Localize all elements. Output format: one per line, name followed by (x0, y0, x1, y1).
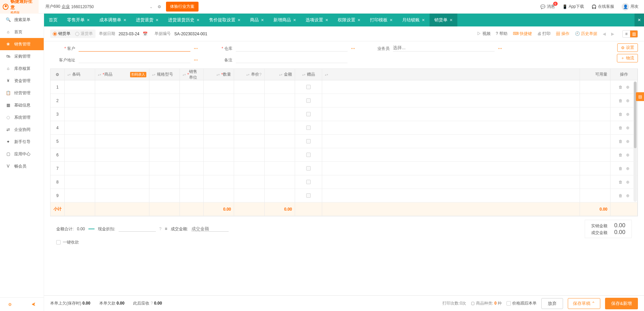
gift-checkbox[interactable] (306, 153, 311, 157)
more-icon[interactable]: ⋯ (194, 58, 197, 63)
close-icon[interactable]: ✕ (357, 18, 360, 22)
cell-qty[interactable] (204, 135, 234, 148)
cell-barcode[interactable] (65, 162, 95, 175)
cell-price[interactable] (234, 94, 265, 107)
copy-icon[interactable]: ⊕ (626, 125, 629, 130)
gift-checkbox[interactable] (306, 139, 311, 143)
tab-home[interactable]: 首页 (44, 14, 62, 26)
th-qty[interactable]: ▴▾*数量 (204, 69, 234, 80)
close-icon[interactable]: ✕ (325, 18, 328, 22)
cell-amount[interactable] (265, 175, 295, 189)
deal-input[interactable] (191, 226, 229, 232)
cell-spec[interactable] (149, 162, 180, 175)
cell-amount[interactable] (265, 94, 295, 107)
card-view-icon[interactable]: ▥ (630, 31, 638, 37)
cell-spec[interactable] (149, 148, 180, 161)
cell-amount[interactable] (265, 189, 295, 202)
save-draft-button[interactable]: 保存草稿 ⌃ (568, 298, 601, 309)
gift-checkbox[interactable] (306, 112, 311, 116)
sidebar-item-biz[interactable]: 📋经营管理 (0, 87, 44, 99)
scan-tag[interactable]: 扫码录入 (130, 72, 146, 77)
cell-amount[interactable] (265, 135, 295, 148)
cell-gift[interactable] (295, 162, 322, 175)
tab-cost-adjust[interactable]: 成本调整单✕ (95, 14, 131, 26)
th-available[interactable]: 可用量 (580, 69, 610, 80)
radio-sale[interactable]: 销货单 (53, 31, 70, 37)
table-row[interactable]: 5🗑⊕ (50, 135, 638, 148)
cell-qty[interactable] (204, 162, 234, 175)
cell-gift[interactable] (295, 94, 322, 107)
next-doc-icon[interactable]: ▶ (611, 32, 614, 36)
table-row[interactable]: 3🗑⊕ (50, 108, 638, 121)
gear-icon[interactable]: ⚙ (158, 4, 161, 9)
copy-icon[interactable]: ⊕ (626, 166, 629, 171)
cell-unit[interactable] (180, 108, 204, 121)
cell-barcode[interactable] (65, 135, 95, 148)
settings-icon[interactable]: ⚙ (8, 302, 12, 307)
settings-button[interactable]: ⚙ 设置 (617, 43, 638, 52)
view-mode-toggle[interactable]: ≡▥ (622, 30, 638, 38)
cell-unit[interactable] (180, 175, 204, 189)
copy-icon[interactable]: ⊕ (626, 112, 629, 117)
cell-qty[interactable] (204, 108, 234, 121)
table-row[interactable]: 7🗑⊕ (50, 162, 638, 175)
cell-product[interactable] (95, 148, 149, 161)
cell-unit[interactable] (180, 121, 204, 134)
help-icon[interactable]: ? (151, 301, 153, 306)
th-gift[interactable]: ▴▾赠品 (295, 69, 322, 80)
close-icon[interactable]: ✕ (196, 18, 200, 22)
table-row[interactable]: 4🗑⊕ (50, 121, 638, 135)
logistics-button[interactable]: ＋ 物流 (617, 54, 638, 62)
cell-gift[interactable] (295, 189, 322, 202)
help-icon[interactable]: ? (159, 227, 162, 231)
sidebar-item-stock[interactable]: ⌂库存核算 (0, 62, 44, 75)
cell-qty[interactable] (204, 148, 234, 161)
table-row[interactable]: 1🗑⊕ (50, 80, 638, 94)
help-link[interactable]: ? 帮助 (496, 31, 507, 37)
copy-icon[interactable]: ⊕ (626, 98, 629, 103)
delete-icon[interactable]: 🗑 (619, 193, 623, 198)
tab-permissions[interactable]: 权限设置✕ (333, 14, 365, 26)
close-icon[interactable]: ✕ (261, 18, 264, 22)
th-barcode[interactable]: ▴▾条码 (65, 69, 95, 80)
close-icon[interactable]: ✕ (87, 18, 90, 22)
cell-price[interactable] (234, 135, 265, 148)
onekey-checkbox[interactable] (56, 240, 61, 245)
more-icon[interactable]: ⋯ (498, 46, 501, 52)
delete-icon[interactable]: 🗑 (619, 125, 623, 130)
cell-barcode[interactable] (65, 94, 95, 107)
hotkey-link[interactable]: ⌨ 快捷键 (513, 31, 532, 37)
cell-amount[interactable] (265, 121, 295, 134)
track-checkbox[interactable] (506, 301, 511, 306)
tab-month-lock[interactable]: 月结锁账✕ (397, 14, 430, 26)
delete-icon[interactable]: 🗑 (619, 153, 623, 157)
th-price[interactable]: ▴▾单价 ? (234, 69, 265, 80)
gift-checkbox[interactable] (306, 125, 311, 130)
discount-input[interactable] (119, 226, 156, 232)
cell-amount[interactable] (265, 148, 295, 161)
th-spec[interactable]: ▴▾规格型号 (149, 69, 180, 80)
warehouse-input[interactable] (236, 44, 348, 52)
cell-gift[interactable] (295, 108, 322, 121)
copy-icon[interactable]: ⊕ (626, 153, 629, 157)
cell-gift[interactable] (295, 148, 322, 161)
cell-unit[interactable] (180, 148, 204, 161)
sidebar-item-home[interactable]: ⌂首页 (0, 26, 44, 38)
close-icon[interactable]: ✕ (293, 18, 296, 22)
list-view-icon[interactable]: ≡ (623, 31, 630, 37)
cell-gift[interactable] (295, 80, 322, 94)
tab-sales-order[interactable]: 销货单✕ (430, 14, 457, 26)
cell-qty[interactable] (204, 175, 234, 189)
cell-product[interactable] (95, 121, 149, 134)
try-plan-button[interactable]: 体验行业方案 (166, 2, 199, 12)
copy-icon[interactable]: ⊕ (626, 85, 629, 90)
cell-barcode[interactable] (65, 189, 95, 202)
tab-goods[interactable]: 商品✕ (245, 14, 269, 26)
cell-qty[interactable] (204, 121, 234, 134)
cell-price[interactable] (234, 108, 265, 121)
copy-icon[interactable]: ⊕ (626, 180, 629, 184)
cell-price[interactable] (234, 121, 265, 134)
sidebar-item-vip[interactable]: V畅会员 (0, 160, 44, 172)
sidebar-item-finance[interactable]: ¥资金管理 (0, 75, 44, 87)
close-icon[interactable]: ✕ (422, 18, 425, 22)
